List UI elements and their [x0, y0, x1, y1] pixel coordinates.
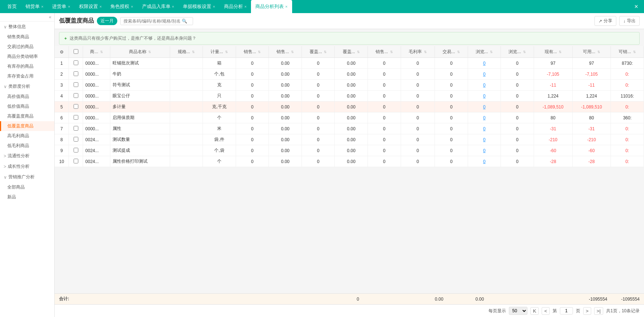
- nav-close-icon[interactable]: ×: [213, 4, 215, 9]
- sidebar-item-sales-goods[interactable]: 销售类商品: [0, 32, 54, 42]
- period-button[interactable]: 近一月: [97, 17, 117, 25]
- row-code: 0000...: [83, 69, 110, 80]
- row-current: 80: [534, 112, 572, 123]
- window-close-button[interactable]: ×: [631, 3, 641, 11]
- row-checkbox[interactable]: [69, 145, 83, 156]
- nav-permissions[interactable]: 权限设置 ×: [75, 0, 106, 13]
- nav-close-icon[interactable]: ×: [244, 4, 247, 9]
- row-checkbox[interactable]: [69, 69, 83, 80]
- first-page-button[interactable]: K: [530, 307, 539, 315]
- sidebar-item-high-value[interactable]: 高价值商品: [0, 92, 54, 102]
- row-browse1[interactable]: 0: [468, 91, 501, 102]
- sidebar-section-overall[interactable]: ∨ 整体信息: [0, 21, 54, 32]
- row-checkbox[interactable]: [69, 123, 83, 134]
- sidebar-section-marketing[interactable]: ∨ 营销推广分析: [0, 172, 54, 182]
- nav-product-analysis-list[interactable]: 商品分析列表 ×: [251, 0, 292, 13]
- column-settings[interactable]: ⚙: [55, 46, 69, 58]
- column-checkbox[interactable]: [69, 46, 83, 58]
- row-browse1[interactable]: 0: [468, 145, 501, 156]
- row-cover1: 0: [302, 156, 335, 167]
- sidebar-item-inventory-goods[interactable]: 有库存的商品: [0, 62, 54, 71]
- row-select-checkbox[interactable]: [74, 60, 78, 65]
- row-select-checkbox[interactable]: [74, 137, 78, 142]
- chevron-right-icon: >: [4, 154, 6, 159]
- row-gross-margin: 0: [401, 69, 435, 80]
- last-page-button[interactable]: >|: [594, 307, 603, 315]
- row-checkbox[interactable]: [69, 112, 83, 123]
- nav-close-icon[interactable]: ×: [172, 4, 174, 9]
- sidebar-item-category-sales-rate[interactable]: 商品分类动销率: [0, 52, 54, 62]
- row-code: 0024...: [83, 145, 110, 156]
- row-spec: [170, 102, 203, 112]
- nav-product-analysis[interactable]: 商品分析 ×: [220, 0, 251, 13]
- sidebar-item-all-goods[interactable]: 全部商品: [0, 182, 54, 192]
- row-checkbox[interactable]: [69, 102, 83, 112]
- row-select-checkbox[interactable]: [74, 126, 78, 131]
- row-browse1[interactable]: 0: [468, 156, 501, 167]
- column-spec: 规格... ⇅: [170, 46, 203, 58]
- table-header-row: ⚙ 商... ⇅ 商品名称 ⇅ 规格... ⇅ 计量... ⇅ 销售... ⇅ …: [55, 46, 644, 58]
- row-checkbox[interactable]: [69, 58, 83, 69]
- row-sales3: 0: [368, 123, 401, 134]
- nav-purchase-order[interactable]: 进货单 ×: [48, 0, 74, 13]
- sidebar-item-high-coverage[interactable]: 高覆盖度商品: [0, 111, 54, 121]
- nav-role-auth[interactable]: 角色授权 ×: [106, 0, 137, 13]
- row-checkbox[interactable]: [69, 91, 83, 102]
- export-button[interactable]: ↓ 导出: [619, 16, 640, 26]
- row-select-checkbox[interactable]: [74, 148, 78, 152]
- nav-close-icon[interactable]: ×: [285, 4, 287, 9]
- sidebar-item-new-goods[interactable]: 新品: [0, 192, 54, 202]
- export-icon: ↓: [623, 19, 625, 24]
- row-available: -31: [572, 123, 611, 134]
- sidebar-collapse-button[interactable]: «: [0, 13, 54, 21]
- row-browse1[interactable]: 0: [468, 80, 501, 91]
- nav-close-icon[interactable]: ×: [68, 4, 70, 9]
- sidebar-item-traded-goods[interactable]: 交易过的商品: [0, 42, 54, 52]
- row-checkbox[interactable]: [69, 134, 83, 145]
- select-all-checkbox[interactable]: [74, 49, 78, 54]
- row-select-checkbox[interactable]: [74, 159, 78, 163]
- row-saleable: 360:: [611, 112, 644, 123]
- sidebar-section-cluster[interactable]: ∨ 类群度分析: [0, 81, 54, 92]
- row-browse1[interactable]: 0: [468, 69, 501, 80]
- row-trade: 0: [435, 58, 468, 69]
- sidebar-item-low-margin[interactable]: 低毛利商品: [0, 141, 54, 151]
- next-page-button[interactable]: >: [583, 307, 591, 315]
- search-input[interactable]: [123, 19, 182, 24]
- nav-close-icon[interactable]: ×: [41, 4, 43, 9]
- sidebar-item-high-margin[interactable]: 高毛利商品: [0, 131, 54, 141]
- nav-product-inbound[interactable]: 产成品入库单 ×: [138, 0, 178, 13]
- nav-template-settings[interactable]: 单据模板设置 ×: [178, 0, 219, 13]
- nav-close-icon[interactable]: ×: [131, 4, 133, 9]
- prev-page-button[interactable]: <: [542, 307, 550, 315]
- sidebar-item-low-coverage[interactable]: 低覆盖度商品: [0, 121, 54, 131]
- row-browse1[interactable]: 0: [468, 123, 501, 134]
- share-button[interactable]: ↗ 分享: [594, 16, 616, 26]
- row-browse1[interactable]: 0: [468, 112, 501, 123]
- row-select-checkbox[interactable]: [74, 71, 78, 76]
- row-sales3: 0: [368, 102, 401, 112]
- row-browse2: 0: [501, 145, 534, 156]
- row-select-checkbox[interactable]: [74, 93, 78, 98]
- row-browse1[interactable]: 0: [468, 58, 501, 69]
- row-select-checkbox[interactable]: [74, 82, 78, 87]
- page-number-input[interactable]: [560, 307, 573, 314]
- sidebar-item-low-value[interactable]: 低价值商品: [0, 102, 54, 111]
- per-page-select[interactable]: 50 100 200: [509, 307, 527, 315]
- row-available: -11: [572, 80, 611, 91]
- row-select-checkbox[interactable]: [74, 115, 78, 120]
- row-name: 属性: [110, 123, 170, 134]
- row-select-checkbox[interactable]: [74, 104, 78, 109]
- nav-sales-order[interactable]: 销货单 ×: [21, 0, 48, 13]
- sidebar-item-inventory-funds[interactable]: 库存资金占用: [0, 71, 54, 81]
- row-checkbox[interactable]: [69, 80, 83, 91]
- nav-home[interactable]: 首页: [3, 0, 21, 13]
- row-checkbox[interactable]: [69, 156, 83, 167]
- sidebar-section-growth[interactable]: > 成长性分析: [0, 161, 54, 172]
- row-browse1[interactable]: 0: [468, 134, 501, 145]
- row-browse1[interactable]: 0: [468, 102, 501, 112]
- row-sales2: 0.00: [269, 102, 302, 112]
- nav-close-icon[interactable]: ×: [99, 4, 102, 9]
- row-no: 7: [55, 123, 69, 134]
- sidebar-section-liquidity[interactable]: > 流通性分析: [0, 151, 54, 161]
